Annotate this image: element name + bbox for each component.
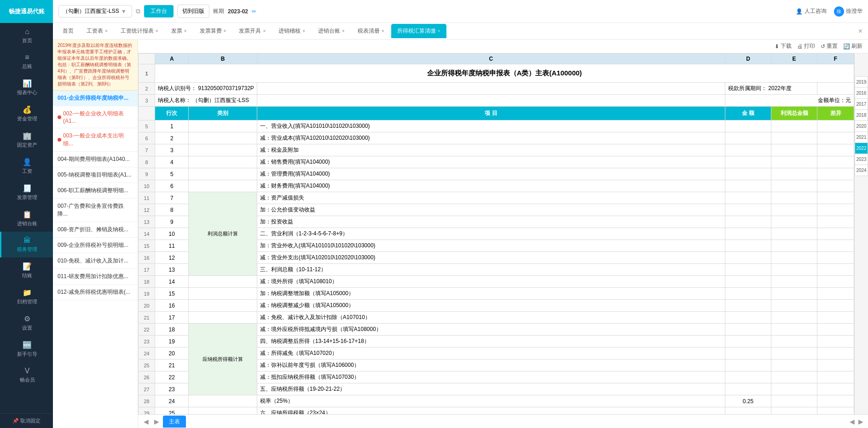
sidebar-item-home[interactable]: ⌂ 首页 — [0, 23, 53, 49]
col-c-header: 项 目 — [257, 107, 725, 120]
table-row: 8 4 减：销售费用(填写A104000) — [139, 156, 854, 168]
closing-icon: 📝 — [23, 262, 32, 271]
list-item-008[interactable]: 008-资产折旧、摊销及纳税... — [53, 222, 138, 238]
col-a-header: 行次 — [155, 107, 189, 120]
col-e-header: 利润总金额 — [771, 107, 817, 120]
company-selector[interactable]: （勾删）江西服宝-LSS ▼ — [58, 5, 132, 17]
sidebar-item-settings[interactable]: ⚙ 设置 — [0, 310, 53, 336]
table-row: 9 5 减：管理费用(填写A104000) — [139, 168, 854, 180]
print-button[interactable]: 🖨 打印 — [797, 42, 815, 50]
refresh-button[interactable]: 🔄 刷新 — [843, 42, 862, 50]
sidebar-item-invoice[interactable]: 🧾 发票管理 — [0, 179, 53, 205]
tab-sales-audit[interactable]: 进销稽核 × — [272, 24, 311, 38]
table-row: 6 2 减：营业成本(填写A102010\102020\103000) — [139, 132, 854, 144]
top-bar-right: 👤 人工咨询 徐 徐澄华 — [796, 6, 862, 17]
sheet-nav-right[interactable]: ▶ — [152, 418, 161, 425]
table-row: 22 18 应纳税所得额计算 减：境外应税所得抵减境内亏损（填写A108000） — [139, 324, 854, 336]
tab-invoice-issue[interactable]: 发票开具 × — [233, 24, 272, 38]
list-item-label: 011-研发费用加计扣除优惠... — [58, 273, 128, 280]
tab-home[interactable]: 首页 — [57, 24, 80, 38]
taxpayer-name-label: 纳税人名称： — [158, 97, 191, 103]
sidebar-item-funds[interactable]: 💰 资金管理 — [0, 101, 53, 127]
sidebar-item-tax[interactable]: 🏛 税务管理 — [0, 232, 53, 257]
sidebar-item-reports[interactable]: 📊 报表中心 — [0, 74, 53, 101]
sheet-tab-main[interactable]: 主表 — [163, 416, 186, 428]
sidebar-item-member[interactable]: V 畅会员 — [0, 362, 53, 388]
user-profile[interactable]: 徐 徐澄华 — [834, 6, 862, 17]
sidebar-item-guide[interactable]: 🆕 新手引导 — [0, 336, 53, 362]
period-value: 2022年度 — [768, 85, 792, 91]
list-item-001[interactable]: 001-企业所得税年度纳税申... — [53, 91, 138, 106]
year-2022[interactable]: 2022 — [855, 143, 868, 154]
list-item-label: 009-企业所得税补亏损明细... — [58, 241, 128, 249]
year-2021[interactable]: 2021 — [855, 131, 868, 143]
home-icon: ⌂ — [25, 28, 29, 36]
tab-invoice[interactable]: 发票 × — [165, 24, 193, 38]
error-dot — [58, 115, 61, 119]
tab-invoice-close[interactable]: × — [184, 29, 187, 34]
tab-trade-ledger[interactable]: 进销台账 × — [312, 24, 351, 38]
error-dot — [58, 138, 61, 142]
refresh-label: 刷新 — [851, 42, 862, 50]
sheet-nav-left[interactable]: ◀ — [142, 418, 150, 425]
list-item-004[interactable]: 004-期间费用明细表(A1040... — [53, 152, 138, 167]
edit-period-icon[interactable]: ✏ — [252, 8, 256, 15]
tab-invoice-label: 发票 — [171, 27, 182, 35]
tab-tax-settlement-close[interactable]: × — [438, 29, 440, 34]
year-2023[interactable]: 2023 — [855, 154, 868, 165]
year-2019[interactable]: 2019 — [855, 76, 868, 87]
tab-invoice-calc-close[interactable]: × — [224, 29, 226, 34]
year-2024[interactable]: 2024 — [855, 165, 868, 176]
year-2016[interactable]: 2016 — [855, 87, 868, 98]
scroll-right-button[interactable]: ▶ — [857, 418, 864, 425]
tab-invoice-issue-close[interactable]: × — [263, 29, 266, 34]
sidebar-item-trade-ledger[interactable]: 📋 进销台账 — [0, 205, 53, 232]
list-item-011[interactable]: 011-研发费用加计扣除优惠... — [53, 269, 138, 285]
tab-invoice-calc[interactable]: 发票算费 × — [194, 24, 232, 38]
unpin-button[interactable]: 📌 取消固定 — [0, 413, 53, 428]
sidebar-item-label: 新手引导 — [17, 351, 37, 358]
pin-icon: 📌 — [12, 418, 19, 423]
switch-button[interactable]: 切到旧版 — [177, 5, 209, 18]
tab-tax-list[interactable]: 税表清册 × — [352, 24, 390, 38]
scroll-left-button[interactable]: ◀ — [849, 418, 856, 425]
year-2017[interactable]: 2017 — [855, 98, 868, 109]
list-item-009[interactable]: 009-企业所得税补亏损明细... — [53, 238, 138, 253]
support-button[interactable]: 👤 人工咨询 — [796, 7, 827, 15]
list-item-003[interactable]: 003-一般企业成本支出明细... — [53, 128, 138, 152]
download-button[interactable]: ⬇ 下载 — [775, 42, 792, 50]
dropdown-icon: ▼ — [121, 8, 127, 15]
list-item-012[interactable]: 012-减免所得税优惠明细表(... — [53, 285, 138, 300]
sidebar-item-closing[interactable]: 📝 结账 — [0, 257, 53, 284]
tab-trade-ledger-close[interactable]: × — [342, 29, 345, 34]
tab-sales-audit-close[interactable]: × — [302, 29, 305, 34]
tab-payroll[interactable]: 工资表 × — [81, 24, 114, 38]
table-container[interactable]: A B C D E F 1 企业所 — [138, 53, 854, 414]
tab-payroll-label: 工资表 — [87, 27, 103, 35]
list-item-002[interactable]: 002-一般企业收入明细表(A1... — [53, 106, 138, 128]
tab-tax-list-close[interactable]: × — [382, 29, 384, 34]
user-name: 徐澄华 — [846, 7, 862, 15]
tab-payroll-stats[interactable]: 工资统计报表 × — [115, 24, 164, 38]
tab-payroll-close[interactable]: × — [105, 29, 108, 34]
workbench-button[interactable]: 工作台 — [144, 5, 174, 17]
list-item-label: 002-一般企业收入明细表(A1... — [63, 110, 133, 124]
list-item-label: 005-纳税调整项目明细表(A1... — [58, 171, 132, 179]
year-2018[interactable]: 2018 — [855, 109, 868, 120]
copy-icon[interactable]: ⧉ — [136, 7, 140, 15]
reset-button[interactable]: ↺ 重置 — [821, 42, 838, 50]
close-all-tabs-button[interactable]: × — [856, 27, 864, 35]
list-item-005[interactable]: 005-纳税调整项目明细表(A1... — [53, 167, 138, 183]
list-item-007[interactable]: 007-广告费和业务宣传费跌降... — [53, 199, 138, 222]
sidebar-item-archive[interactable]: 📁 归档管理 — [0, 284, 53, 310]
sidebar-item-payroll[interactable]: 👤 工资 — [0, 153, 53, 179]
sidebar-item-ledger[interactable]: ≡ 总账 — [0, 49, 53, 74]
tab-tax-settlement[interactable]: 所得税汇算清缴 × — [391, 24, 446, 38]
list-item-006[interactable]: 006-职工薪酬纳税调整明细... — [53, 183, 138, 199]
table-row-2: 2 纳税人识别号： 91320500703719732P 税款所属期间： 202… — [139, 83, 854, 95]
tab-payroll-stats-close[interactable]: × — [156, 29, 158, 34]
list-item-010[interactable]: 010-免税、减计收入及加计... — [53, 253, 138, 269]
year-2020[interactable]: 2020 — [855, 120, 868, 131]
reset-label: 重置 — [827, 42, 838, 50]
sidebar-item-assets[interactable]: 🏢 固定资产 — [0, 127, 53, 153]
